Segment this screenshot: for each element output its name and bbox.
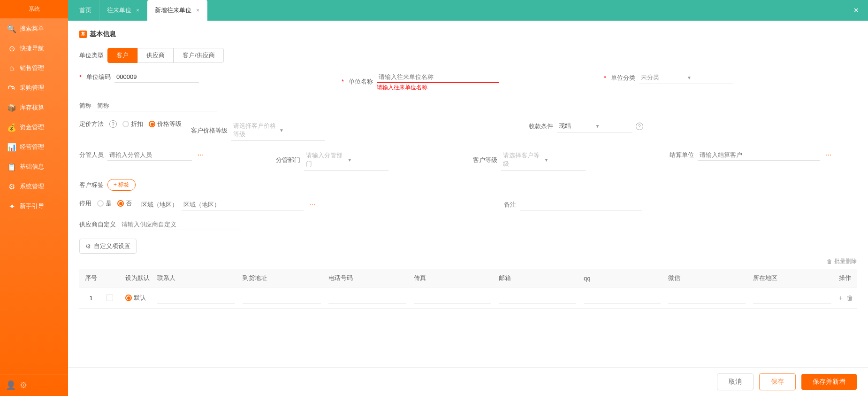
row-fax[interactable] [410,287,495,309]
tab-new-partner[interactable]: 新增往来单位 × [147,0,207,21]
sidebar-logo: 系统 [0,0,68,19]
unit-type-label: 单位类型 [79,51,104,60]
section-title-icon: 基 [79,31,87,38]
row-phone-input[interactable] [328,292,407,303]
row-delete-btn[interactable]: 🗑 [846,294,853,302]
add-tag-button[interactable]: + 标签 [107,179,136,191]
unit-category-select[interactable]: 未分类 ▼ [639,71,733,84]
col-checkbox [103,269,122,287]
row-region-input[interactable] [753,292,831,303]
row-checkbox[interactable] [107,295,113,301]
unit-type-both-btn[interactable]: 客户/供应商 [174,48,224,63]
abbreviation-input[interactable] [95,100,217,111]
sidebar-item-search[interactable]: 🔍 搜索菜单 [0,19,68,39]
sidebar-item-basic-info[interactable]: 📋 基础信息 [0,157,68,177]
user-icon[interactable]: 👤 [6,380,16,390]
department-select[interactable]: 请输入分管部门 ▼ [304,149,388,171]
disabled-no-radio[interactable]: 否 [117,199,132,208]
row-contact[interactable] [153,287,239,309]
sidebar-item-finance[interactable]: 💰 资金管理 [0,117,68,137]
payment-terms-label: 收款条件 [529,122,553,131]
manager-more-btn[interactable]: ··· [196,151,206,159]
customer-price-level-select[interactable]: 请选择客户价格等级 ▼ [231,120,325,141]
sidebar-item-system[interactable]: ⚙ 系统管理 [0,177,68,196]
unit-name-field: * 单位名称 请输入往来单位名称 [342,71,594,92]
unit-type-btn-group: 客户 供应商 客户/供应商 [107,48,224,63]
row-add-btn[interactable]: + [839,294,843,302]
save-new-button[interactable]: 保存并新增 [801,374,857,390]
customer-tags-label: 客户标签 [79,181,104,189]
unit-code-field: * 单位编码 [79,71,332,83]
table-header-row: 序号 设为默认 联系人 到货地址 电话号码 传真 邮箱 qq 微信 所在地区 操… [79,269,857,287]
unit-type-customer-btn[interactable]: 客户 [107,48,137,63]
sidebar-item-sales[interactable]: ⌂ 销售管理 [0,58,68,78]
payment-help-icon[interactable]: ? [636,123,643,130]
window-close-button[interactable]: × [848,6,864,16]
sidebar-item-label: 新手引导 [20,202,44,210]
settlement-more-btn[interactable]: ··· [823,151,833,159]
pricing-help-icon[interactable]: ? [109,120,117,128]
row-wechat-input[interactable] [668,292,746,303]
content-area: 基 基本信息 单位类型 客户 供应商 客户/供应商 * 单位编码 * [68,21,868,367]
contacts-table: 序号 设为默认 联系人 到货地址 电话号码 传真 邮箱 qq 微信 所在地区 操… [79,269,857,309]
col-index: 序号 [79,269,103,287]
cancel-button[interactable]: 取消 [717,373,754,390]
sidebar-bottom: 👤 ⚙ [0,374,68,396]
tab-new-partner-close[interactable]: × [196,7,199,14]
sidebar-item-operations[interactable]: 📊 经营管理 [0,137,68,157]
row-address-input[interactable] [243,292,321,303]
section-title-text: 基本信息 [90,30,116,39]
unit-category-required: * [604,74,606,81]
custom-settings-label: 自定义项设置 [94,242,130,250]
row-qq-input[interactable] [584,292,661,303]
sales-icon: ⌂ [8,64,16,72]
row-qq[interactable] [580,287,664,309]
sidebar-item-purchase[interactable]: 🛍 采购管理 [0,78,68,98]
abbreviation-row: 简称 [79,100,857,111]
disabled-region-row: 停用 是 否 区域（地区） ··· 备注 [79,199,857,210]
unit-name-input[interactable] [377,71,499,83]
tab-new-partner-label: 新增往来单位 [155,6,191,15]
row-wechat[interactable] [664,287,749,309]
region-more-btn[interactable]: ··· [307,201,317,209]
row-address[interactable] [239,287,325,309]
unit-code-input[interactable] [114,71,199,83]
section-title: 基 基本信息 [79,30,857,39]
manager-input[interactable] [107,149,192,161]
save-button[interactable]: 保存 [759,373,796,390]
tab-partners-close[interactable]: × [136,7,139,14]
row-default-radio[interactable]: 默认 [125,294,150,302]
row-default-cell: 默认 [122,287,153,309]
batch-delete-button[interactable]: 🗑 批量删除 [827,257,857,265]
disabled-yes-radio[interactable]: 是 [97,199,112,208]
sidebar-item-label: 搜索菜单 [20,24,44,33]
row-fax-input[interactable] [414,292,491,303]
finance-icon: 💰 [8,123,16,132]
row-email-input[interactable] [499,292,576,303]
settlement-input[interactable] [698,149,820,161]
supplier-custom-input[interactable] [120,219,242,230]
row-region[interactable] [749,287,835,309]
batch-delete-label: 批量删除 [834,257,857,265]
sidebar-item-inventory[interactable]: 📦 库存核算 [0,98,68,117]
custom-settings-button[interactable]: ⚙ 自定义项设置 [79,239,137,254]
customer-level-placeholder: 请选择客户等级 [503,151,542,168]
sidebar-item-label: 资金管理 [20,123,44,132]
row-contact-input[interactable] [157,292,235,303]
remark-input[interactable] [520,199,642,210]
pricing-discount-radio[interactable]: 折扣 [122,120,143,128]
sidebar-item-quick-nav[interactable]: ⊙ 快捷导航 [0,39,68,58]
unit-category-field: * 单位分类 未分类 ▼ [604,71,857,84]
region-input[interactable] [182,199,304,210]
payment-terms-select[interactable]: 现结 ▼ [557,120,632,132]
row-email[interactable] [495,287,580,309]
custom-settings-wrapper: ⚙ 自定义项设置 [79,239,857,254]
sidebar-item-guide[interactable]: ✦ 新手引导 [0,196,68,216]
tab-partners[interactable]: 往来单位 × [99,0,147,21]
settings-bottom-icon[interactable]: ⚙ [20,380,27,390]
tab-home[interactable]: 首页 [72,0,99,21]
unit-type-supplier-btn[interactable]: 供应商 [137,48,174,63]
pricing-level-radio[interactable]: 价格等级 [149,120,182,128]
row-phone[interactable] [325,287,411,309]
customer-level-select[interactable]: 请选择客户等级 ▼ [501,149,586,171]
